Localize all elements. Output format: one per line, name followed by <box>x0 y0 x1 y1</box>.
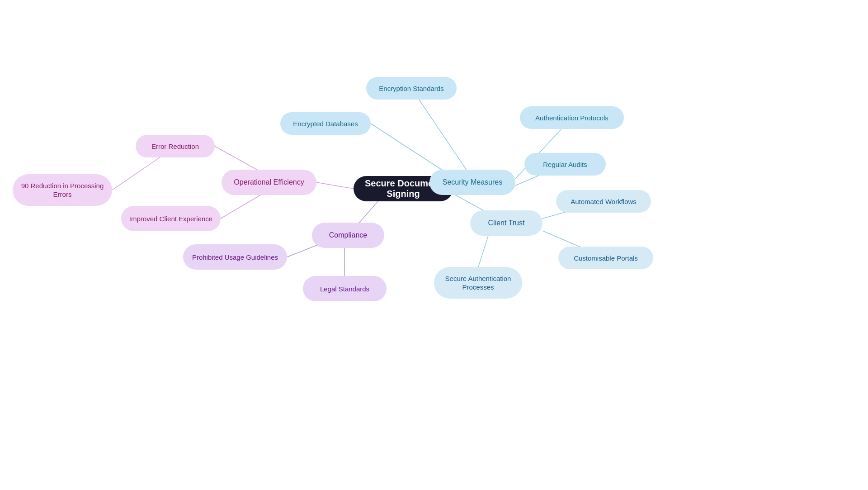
error-reduction-node: Error Reduction <box>136 135 215 157</box>
regular-audits-node: Regular Audits <box>524 153 606 176</box>
reduction-processing-errors-node: 90 Reduction in Processing Errors <box>13 174 112 206</box>
legal-standards-node: Legal Standards <box>303 276 387 301</box>
encrypted-databases-node: Encrypted Databases <box>280 112 371 135</box>
operational-efficiency-node: Operational Efficiency <box>222 170 316 195</box>
svg-line-5 <box>316 182 354 189</box>
compliance-node: Compliance <box>312 223 384 248</box>
svg-line-2 <box>371 124 452 176</box>
improved-client-experience-node: Improved Client Experience <box>121 206 221 231</box>
prohibited-usage-guidelines-node: Prohibited Usage Guidelines <box>183 244 287 270</box>
customisable-portals-node: Customisable Portals <box>558 247 653 269</box>
authentication-protocols-node: Authentication Protocols <box>520 106 624 129</box>
svg-line-1 <box>411 88 472 179</box>
secure-authentication-processes-node: Secure Authentication Processes <box>434 267 522 299</box>
svg-line-15 <box>478 236 488 267</box>
encryption-standards-node: Encryption Standards <box>366 77 457 100</box>
client-trust-node: Client Trust <box>470 210 542 236</box>
security-measures-node: Security Measures <box>429 170 515 195</box>
automated-workflows-node: Automated Workflows <box>556 190 651 213</box>
